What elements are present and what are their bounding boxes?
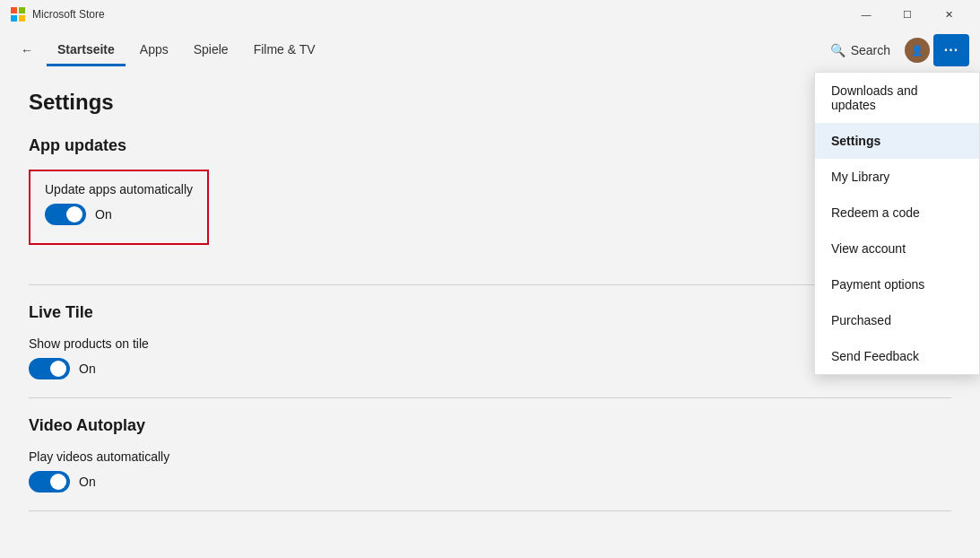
window-controls: — ☐ ✕	[846, 0, 969, 29]
search-icon: 🔍	[830, 43, 846, 57]
show-products-setting: Show products on tile On	[29, 336, 951, 379]
dropdown-settings[interactable]: Settings	[815, 123, 979, 159]
play-videos-state: On	[79, 475, 96, 489]
update-auto-setting: Update apps automatically On	[45, 182, 193, 225]
section-video-autoplay-title: Video Autoplay	[29, 416, 951, 435]
section-app-updates-title: App updates	[29, 136, 951, 155]
svg-rect-0	[11, 7, 17, 13]
app-logo-icon	[11, 7, 25, 22]
dropdown-my-library[interactable]: My Library	[815, 159, 979, 195]
close-button[interactable]: ✕	[928, 0, 969, 29]
svg-rect-2	[11, 15, 17, 22]
divider-2	[29, 397, 951, 398]
user-avatar[interactable]: 👤	[905, 38, 930, 63]
back-button[interactable]: ←	[11, 34, 43, 66]
show-products-label: Show products on tile	[29, 336, 951, 351]
page-title: Settings	[29, 90, 951, 115]
dropdown-downloads[interactable]: Downloads and updates	[815, 73, 979, 123]
play-videos-toggle[interactable]	[29, 471, 70, 493]
divider-3	[29, 510, 951, 511]
nav-item-startseite[interactable]: Startseite	[47, 34, 126, 66]
divider-1	[29, 284, 951, 285]
update-auto-state: On	[95, 207, 112, 222]
update-auto-toggle[interactable]	[45, 204, 86, 225]
more-button[interactable]: ···	[933, 34, 969, 66]
dropdown-feedback[interactable]: Send Feedback	[815, 338, 979, 374]
show-products-state: On	[79, 362, 96, 376]
play-videos-label: Play videos automatically	[29, 449, 951, 464]
nav-item-filme[interactable]: Filme & TV	[243, 34, 326, 66]
window-title: Microsoft Store	[32, 8, 105, 21]
svg-rect-1	[19, 7, 25, 13]
section-live-tile-title: Live Tile	[29, 303, 951, 322]
title-bar: Microsoft Store — ☐ ✕	[0, 0, 980, 29]
title-bar-left: Microsoft Store	[11, 7, 105, 22]
nav-bar: ← Startseite Apps Spiele Filme & TV 🔍 Se…	[0, 29, 980, 72]
svg-rect-3	[19, 15, 25, 22]
minimize-button[interactable]: —	[846, 0, 887, 29]
show-products-toggle[interactable]	[29, 358, 70, 379]
dropdown-view-account[interactable]: View account	[815, 231, 979, 266]
play-videos-setting: Play videos automatically On	[29, 449, 951, 493]
maximize-button[interactable]: ☐	[887, 0, 928, 29]
dropdown-menu: Downloads and updates Settings My Librar…	[814, 72, 980, 375]
update-auto-highlighted-box: Update apps automatically On	[29, 170, 209, 245]
dropdown-redeem[interactable]: Redeem a code	[815, 195, 979, 231]
nav-item-apps[interactable]: Apps	[129, 34, 179, 66]
nav-item-spiele[interactable]: Spiele	[183, 34, 239, 66]
search-button[interactable]: 🔍 Search	[820, 39, 901, 61]
dropdown-payment[interactable]: Payment options	[815, 266, 979, 302]
update-auto-label: Update apps automatically	[45, 182, 193, 196]
dropdown-purchased[interactable]: Purchased	[815, 302, 979, 338]
